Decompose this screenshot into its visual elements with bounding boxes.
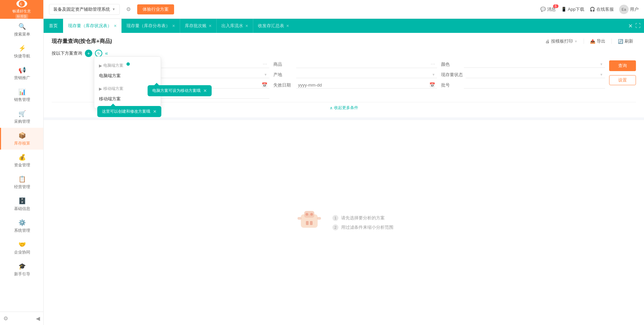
origin-input[interactable] (298, 72, 432, 77)
triangle-icon: ▶ (99, 63, 102, 68)
sidebar-item-guide-label: 新手引导 (14, 271, 30, 277)
online-service-label: 在线客服 (596, 6, 614, 12)
tooltip-edit-close[interactable]: ✕ (153, 109, 157, 114)
stock-status-caret[interactable]: ▼ (600, 73, 603, 76)
sidebar-item-enterprise-label: 企业协同 (14, 250, 30, 255)
color-input[interactable] (466, 62, 600, 67)
collapse-label: 收起更多条件 (334, 105, 358, 111)
svg-rect-7 (310, 221, 313, 225)
prod-date-calendar-icon[interactable]: 📅 (262, 82, 267, 88)
sidebar: 6 畅通好生意 标准版 🔍 搜索菜单 ⚡ 快捷导航 📢 营销推广 📊 销售管理 … (0, 0, 44, 325)
refresh-btn[interactable]: 🔄 刷新 (615, 37, 636, 46)
sidebar-item-operations[interactable]: 📋 经营管理 (0, 171, 43, 193)
stock-status-select[interactable]: ▼ (466, 71, 605, 78)
sidebar-item-basics[interactable]: 🗄️ 基础信息 (0, 193, 43, 215)
tab-in-out-flow-close[interactable]: ✕ (245, 24, 248, 28)
sidebar-item-search[interactable]: 🔍 搜索菜单 (0, 19, 43, 41)
filter-refresh-btn[interactable]: ↻ (95, 50, 102, 57)
origin-caret[interactable]: ▼ (432, 73, 435, 76)
sidebar-logo: 6 畅通好生意 标准版 (0, 0, 43, 19)
goods-dots[interactable]: ··· (431, 61, 435, 67)
tab-inventory-distribution[interactable]: 现存量（库存分布表） ✕ (121, 19, 180, 33)
system-selector[interactable]: 装备及固定资产辅助管理系统 ▼ (49, 4, 120, 15)
refresh-label: 刷新 (625, 38, 633, 44)
origin-select[interactable]: ▼ (296, 71, 437, 78)
svg-rect-9 (317, 217, 321, 220)
purchase-nav-icon: 🛒 (18, 110, 26, 117)
expiry-date-calendar-icon[interactable]: 📅 (429, 82, 435, 88)
sidebar-item-purchase[interactable]: 🛒 采购管理 (0, 106, 43, 128)
sidebar-settings-btn[interactable]: ⚙ (3, 315, 8, 322)
empty-state: 1 请先选择要分析的方案 2 用过滤条件来缩小分析范围 (44, 120, 644, 325)
scheme-item-pc[interactable]: 电脑端方案 (94, 70, 161, 81)
tab-summary-close[interactable]: ✕ (286, 24, 289, 28)
sidebar-item-guide[interactable]: 🎓 新手引导 (0, 259, 43, 280)
stock-main-to[interactable] (205, 93, 267, 98)
industry-btn[interactable]: 体验行业方案 (137, 4, 174, 14)
sidebar-item-system[interactable]: ⚙️ 系统管理 (0, 215, 43, 237)
batch-field[interactable] (466, 83, 603, 88)
tab-inventory-distribution-close[interactable]: ✕ (172, 24, 175, 28)
sidebar-item-shortcut-label: 快捷导航 (14, 53, 30, 59)
sidebar-item-finance[interactable]: 💰 资金管理 (0, 150, 43, 171)
message-btn[interactable]: 💬 消息 6 (540, 6, 556, 12)
sidebar-nav: 🔍 搜索菜单 ⚡ 快捷导航 📢 营销推广 📊 销售管理 🛒 采购管理 📦 库存核… (0, 19, 43, 312)
tab-inventory-status[interactable]: 现存量（库存状况表） ✕ (63, 19, 121, 33)
finance-nav-icon: 💰 (18, 154, 26, 161)
expiry-date-input[interactable]: 📅 (296, 82, 437, 89)
goods-select[interactable]: ··· (296, 60, 437, 68)
filter-back-btn[interactable]: « (105, 50, 108, 56)
shortcut-nav-icon: ⚡ (18, 45, 26, 52)
tooltip-scheme-close[interactable]: ✕ (203, 88, 207, 93)
printer-icon: 🖨 (545, 39, 550, 44)
tab-batch-account-close[interactable]: ✕ (209, 24, 212, 28)
color-caret[interactable]: ▼ (600, 62, 603, 66)
fullscreen-btn[interactable]: ⛶ (635, 23, 641, 29)
sidebar-collapse-btn[interactable]: ◀ (36, 315, 40, 322)
goods-input[interactable] (298, 62, 431, 67)
export-icon: 📤 (590, 39, 595, 44)
svg-rect-6 (306, 221, 309, 225)
tab-in-out-flow[interactable]: 出入库流水 ✕ (216, 19, 253, 33)
sidebar-item-inventory[interactable]: 📦 库存核算 (0, 128, 43, 150)
export-btn[interactable]: 📤 导出 (587, 37, 608, 46)
sidebar-item-sales[interactable]: 📊 销售管理 (0, 84, 43, 106)
sidebar-item-shortcut[interactable]: ⚡ 快捷导航 (0, 41, 43, 62)
sidebar-item-operations-label: 经营管理 (14, 184, 30, 190)
app-download-btn[interactable]: 📱 App下载 (561, 6, 584, 12)
tab-home[interactable]: 首页 (44, 19, 63, 33)
stock-status-label: 现存量状态 (441, 72, 463, 78)
sidebar-item-inventory-label: 库存核算 (14, 141, 30, 146)
tip-text-1: 请先选择要分析的方案 (341, 215, 385, 221)
search-nav-icon: 🔍 (18, 23, 26, 30)
stock-status-input[interactable] (468, 72, 600, 77)
empty-illustration (294, 204, 324, 241)
operations-nav-icon: 📋 (18, 175, 26, 183)
warehouse-dots[interactable]: ··· (263, 61, 267, 67)
online-service-btn[interactable]: 🎧 在线客服 (590, 6, 614, 12)
sidebar-item-marketing[interactable]: 📢 营销推广 (0, 62, 43, 84)
filter-field-expiry-date: 失效日期 📅 (273, 82, 437, 89)
tooltip-scheme-text: 电脑方案可设为移动方案哦 (152, 88, 201, 94)
divider-1 (584, 39, 584, 44)
color-select[interactable]: ▼ (464, 61, 605, 68)
query-btn[interactable]: 查询 (609, 60, 636, 71)
settings-gear-btn[interactable]: ⚙ (123, 4, 134, 15)
page-header: 现存量查询(按仓库+商品) 🖨 按模板打印 ▼ 📤 导出 🔄 刷新 (44, 33, 644, 46)
tab-batch-account[interactable]: 库存批次账 ✕ (180, 19, 216, 33)
close-all-tabs-btn[interactable]: ✕ (628, 23, 633, 29)
tab-summary[interactable]: 收发存汇总表 ✕ (253, 19, 294, 33)
setup-btn[interactable]: 设置 (609, 75, 636, 85)
tab-inventory-status-close[interactable]: ✕ (114, 24, 117, 28)
top-header-right: 💬 消息 6 📱 App下载 🎧 在线客服 Ea 用户 (540, 5, 639, 14)
print-btn[interactable]: 🖨 按模板打印 ▼ (543, 37, 580, 46)
size-caret[interactable]: ▼ (264, 73, 267, 76)
sidebar-item-enterprise[interactable]: 🤝 企业协同 (0, 237, 43, 259)
tab-batch-account-label: 库存批次账 (185, 23, 207, 29)
filter-section: 按以下方案查询 + ↻ « ▶ 电脑端方案 电脑端方案 (44, 46, 644, 117)
expiry-date-field[interactable] (298, 83, 428, 88)
user-area[interactable]: Ea 用户 (619, 5, 639, 14)
enterprise-nav-icon: 🤝 (18, 241, 26, 248)
batch-input[interactable] (464, 82, 605, 89)
filter-add-btn[interactable]: + (85, 50, 92, 57)
